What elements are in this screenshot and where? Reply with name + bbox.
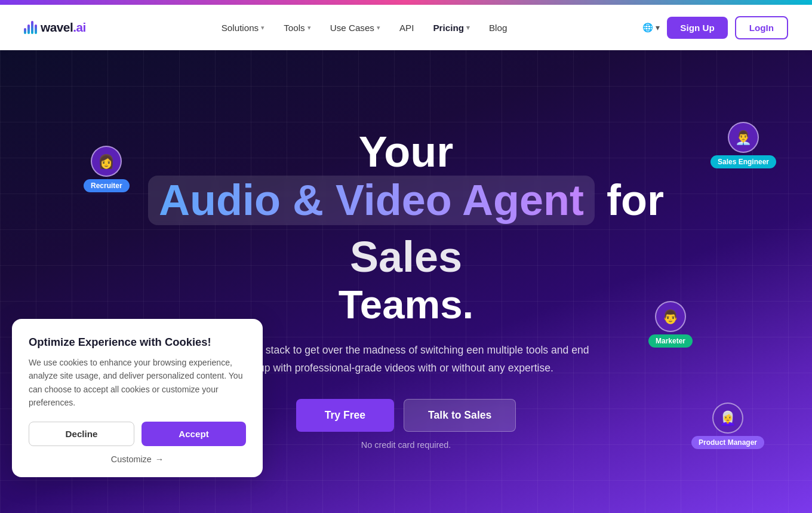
chevron-down-icon: ▾ [377,24,380,32]
nav-center: Solutions ▾ Tools ▾ Use Cases ▾ API Pric… [222,23,508,33]
avatar-marketer: 👨 Marketer [648,301,693,348]
cookie-actions: Decline Accept [29,422,246,446]
nav-api[interactable]: API [399,23,414,33]
arrow-icon: → [155,454,164,464]
avatar-image: 👩 [91,146,122,177]
nav-tools[interactable]: Tools ▾ [284,23,310,33]
avatar-label: Sales Engineer [710,155,776,168]
logo-text: wavel.ai [41,20,86,35]
login-button[interactable]: LogIn [735,16,788,39]
avatar-recruiter: 👩 Recruiter [84,146,130,192]
avatar-image: 👩‍🦳 [712,403,743,434]
avatar-sales-engineer: 👨‍💼 Sales Engineer [710,122,776,168]
nav-blog[interactable]: Blog [489,23,507,33]
avatar-image: 👨 [655,301,686,332]
title-gradient: Audio & Video Agent [159,176,584,224]
decline-button[interactable]: Decline [29,422,134,446]
hero-title: Your Audio & Video Agent for [137,128,675,225]
avatar-image: 👨‍💼 [728,122,759,153]
top-bar [0,0,812,5]
nav-right: 🌐 ▾ Sign Up LogIn [642,16,788,39]
cookie-banner: Optimize Experience with Cookies! We use… [12,319,263,477]
chevron-down-icon: ▾ [307,24,311,32]
nav-use-cases[interactable]: Use Cases ▾ [330,23,380,33]
globe-icon: 🌐 [642,23,653,33]
try-free-button[interactable]: Try Free [296,399,394,432]
accept-button[interactable]: Accept [142,422,246,446]
chevron-down-icon: ▾ [466,24,470,32]
cookie-description: We use cookies to enhance your browsing … [29,356,246,410]
hero-description: ideo tool stack to get over the madness … [221,342,591,377]
hero-subtitle-sales: Sales [137,232,675,281]
logo[interactable]: wavel.ai [24,20,86,35]
language-button[interactable]: 🌐 ▾ [642,23,660,33]
customize-link[interactable]: Customize → [29,454,246,464]
navbar: wavel.ai Solutions ▾ Tools ▾ Use Cases ▾… [0,5,812,50]
talk-to-sales-button[interactable]: Talk to Sales [404,399,516,432]
nav-pricing[interactable]: Pricing ▾ [433,23,469,33]
avatar-label: Recruiter [84,179,130,192]
avatar-label: Product Manager [691,436,764,449]
lang-chevron-icon: ▾ [656,23,660,32]
logo-icon [24,21,37,34]
avatar-product-manager: 👩‍🦳 Product Manager [691,403,764,449]
chevron-down-icon: ▾ [261,24,264,32]
avatar-label: Marketer [648,334,693,348]
cookie-title: Optimize Experience with Cookies! [29,336,246,349]
title-highlight-box: Audio & Video Agent [148,176,595,225]
signup-button[interactable]: Sign Up [667,17,727,39]
nav-solutions[interactable]: Solutions ▾ [222,23,264,33]
